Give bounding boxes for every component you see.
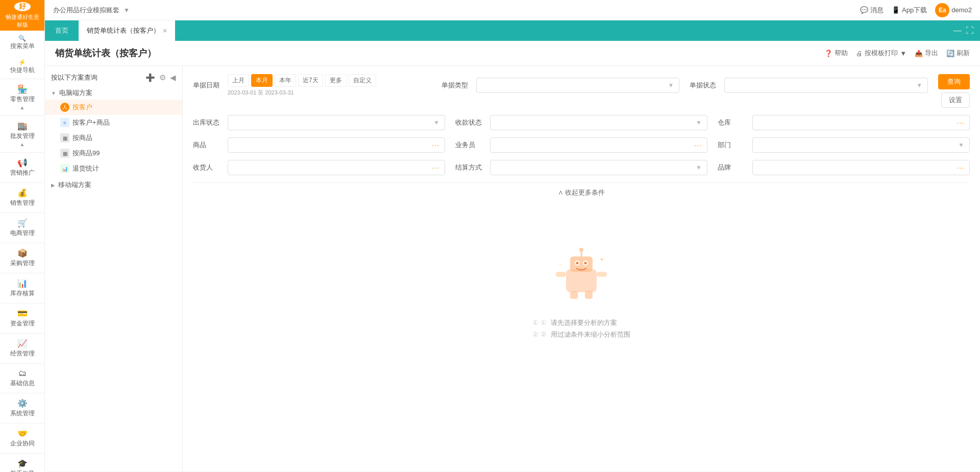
sidebar-item-sales[interactable]: 💰 销售管理 [0, 183, 44, 213]
pc-group-header[interactable]: ▼ 电脑端方案 [45, 86, 182, 100]
sidebar-item-marketing[interactable]: 📢 营销推广 [0, 153, 44, 183]
panel-settings-icon[interactable]: ⚙ [159, 73, 166, 82]
quick-nav-label: 快捷导航 [0, 66, 44, 75]
warehouse-input[interactable]: ··· [752, 115, 970, 130]
salesperson-input[interactable]: ··· [490, 137, 707, 153]
consignee-input[interactable]: ··· [228, 160, 445, 175]
app-download-label: App下载 [902, 6, 927, 15]
scheme-return-label: 退货统计 [72, 164, 99, 173]
sidebar-item-inventory[interactable]: 📊 库存核算 [0, 273, 44, 303]
topbar-title: 办公用品行业模拟账套 ▼ [53, 6, 130, 15]
panel-collapse-icon[interactable]: ◀ [170, 73, 176, 82]
header-actions: ❓ 帮助 🖨 按模板打印 ▼ 📤 导出 🔄 刷新 [824, 49, 970, 64]
panel-title: 按以下方案查询 [51, 73, 97, 82]
export-btn[interactable]: 📤 导出 [915, 49, 938, 58]
app-name: 畅捷通好生意 [6, 13, 39, 21]
tab-home-label: 首页 [55, 26, 68, 35]
scheme-by-goods[interactable]: ▦ 按商品 [45, 130, 182, 146]
refresh-btn[interactable]: 🔄 刷新 [946, 49, 970, 58]
wholesale-icon: 🏬 [17, 121, 28, 131]
mobile-group-header[interactable]: ▶ 移动端方案 [45, 178, 182, 192]
scheme-return-stats[interactable]: 📊 退货统计 [45, 161, 182, 176]
svg-rect-11 [585, 291, 593, 299]
pay-status-label: 收款状态 [455, 118, 486, 127]
sidebar-item-finance[interactable]: 💳 资金管理 [0, 303, 44, 334]
warehouse-dots-icon: ··· [957, 119, 964, 127]
query-button[interactable]: 查询 [938, 74, 970, 89]
doc-type-input[interactable]: ▼ [476, 78, 680, 93]
doc-status-input[interactable]: ▼ [724, 78, 928, 93]
app-download-btn[interactable]: 📱 App下载 [892, 6, 927, 15]
pc-group-triangle-icon: ▼ [51, 90, 56, 96]
panel-add-icon[interactable]: ➕ [145, 73, 155, 82]
scheme-by-customer-goods[interactable]: ≡ 按客户+商品 [45, 115, 182, 130]
sidebar-item-basic[interactable]: 🗂 基础信息 [0, 364, 44, 393]
help-btn[interactable]: ❓ 帮助 [824, 49, 848, 58]
tab-close-icon[interactable]: × [163, 27, 167, 34]
pc-group-label: 电脑端方案 [59, 88, 92, 98]
settlement-chevron-icon: ▼ [696, 164, 702, 171]
date-last-month-btn[interactable]: 上月 [228, 74, 249, 87]
scheme-by-goods-99[interactable]: ▦ 按商品99 [45, 146, 182, 161]
basic-label: 基础信息 [10, 379, 35, 388]
sidebar-item-retail[interactable]: 🏪 零售管理 ▲ [0, 79, 44, 116]
scheme-customer-label: 按客户 [72, 103, 92, 112]
settlement-input[interactable]: ▼ [490, 160, 707, 175]
date-filter: 上月 本月 本年 近7天 更多 自定义 2023-03-01 至 2023-03… [228, 74, 431, 97]
sidebar-item-system[interactable]: ⚙️ 系统管理 [0, 393, 44, 423]
brand-input[interactable]: ··· [752, 160, 970, 175]
tab-bar: 首页 销货单统计表（按客户） × — ⛶ [45, 20, 980, 41]
doc-type-label: 单据类型 [442, 81, 472, 90]
customer-icon: 人 [60, 103, 69, 112]
collapse-bar[interactable]: ∧ 收起更多条件 [193, 182, 970, 202]
left-panel: 按以下方案查询 ➕ ⚙ ◀ ▼ 电脑端方案 人 按客户 [45, 66, 183, 471]
system-label: 系统管理 [10, 409, 35, 418]
tab-home[interactable]: 首页 [45, 20, 79, 41]
department-input[interactable]: ▼ [752, 137, 970, 153]
date-last7-btn[interactable]: 近7天 [298, 74, 323, 87]
date-this-year-btn[interactable]: 本年 [275, 74, 296, 87]
out-status-input[interactable]: ▼ [228, 115, 445, 130]
search-menu-btn[interactable]: 🔍 搜索菜单 [0, 31, 44, 55]
empty-state: ✦ ✧ ① 请先选择要分析的方案 ② 用过滤条件来缩小分析范围 [193, 203, 970, 382]
scheme-customer-goods-label: 按客户+商品 [72, 118, 110, 127]
message-btn[interactable]: 💬 消息 [860, 6, 884, 15]
scheme-by-customer[interactable]: 人 按客户 [45, 100, 182, 115]
date-this-month-btn[interactable]: 本月 [251, 74, 273, 87]
tab-sales-stats[interactable]: 销货单统计表（按客户） × [79, 20, 175, 41]
pay-status-input[interactable]: ▼ [490, 115, 707, 130]
help-icon: ❓ [824, 50, 832, 57]
goods-input[interactable]: ··· [228, 137, 445, 153]
date-more-btn[interactable]: 更多 [325, 74, 347, 87]
search-menu-label: 搜索菜单 [0, 42, 44, 51]
svg-rect-9 [597, 272, 607, 277]
settlement-label: 结算方式 [455, 163, 486, 172]
minimize-icon[interactable]: — [953, 26, 962, 35]
sidebar-item-ecommerce[interactable]: 🛒 电商管理 [0, 213, 44, 243]
date-custom-btn[interactable]: 自定义 [349, 74, 376, 87]
empty-illustration: ✦ ✧ [551, 244, 612, 306]
svg-text:✦: ✦ [599, 256, 604, 263]
user-profile-btn[interactable]: Ea demo2 [935, 3, 972, 17]
quick-nav-btn[interactable]: ⚡ 快捷导航 [0, 55, 44, 79]
settings-button[interactable]: 设置 [941, 92, 970, 108]
department-row: 部门 ▼ [718, 137, 970, 153]
mobile-group-triangle-icon: ▶ [51, 182, 55, 188]
maximize-icon[interactable]: ⛶ [966, 26, 974, 35]
main-content: 办公用品行业模拟账套 ▼ 💬 消息 📱 App下载 Ea demo2 首页 [45, 0, 980, 472]
empty-hints: ① 请先选择要分析的方案 ② 用过滤条件来缩小分析范围 [532, 317, 630, 341]
svg-rect-0 [566, 269, 597, 292]
settlement-row: 结算方式 ▼ [455, 160, 707, 175]
sidebar-item-coop[interactable]: 🤝 企业协同 [0, 423, 44, 454]
sidebar-item-new-guide[interactable]: 🎓 新手引导 [0, 454, 44, 472]
refresh-icon: 🔄 [946, 50, 954, 57]
consignee-label: 收货人 [193, 163, 224, 172]
sidebar-item-operations[interactable]: 📈 经营管理 [0, 334, 44, 364]
print-btn[interactable]: 🖨 按模板打印 ▼ [856, 49, 906, 58]
pc-scheme-group: ▼ 电脑端方案 人 按客户 ≡ 按客户+商品 ▦ 按商品 [45, 86, 182, 176]
guide-label: 新手引导 [10, 469, 35, 472]
tab-sales-stats-label: 销货单统计表（按客户） [87, 26, 160, 35]
sidebar-item-wholesale[interactable]: 🏬 批发管理 ▲ [0, 116, 44, 153]
sidebar-item-purchase[interactable]: 📦 采购管理 [0, 243, 44, 273]
svg-point-5 [584, 262, 587, 265]
